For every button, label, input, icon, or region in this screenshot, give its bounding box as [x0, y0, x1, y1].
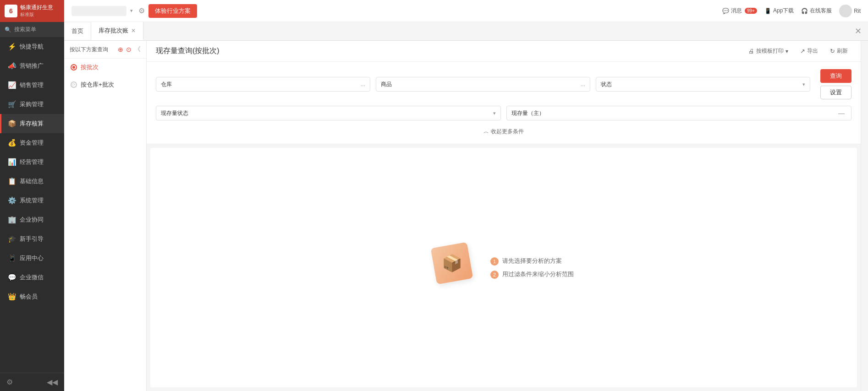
sidebar-footer: ⚙ ◀◀ [0, 373, 64, 391]
search-input-wrap[interactable] [71, 6, 126, 16]
filter-header-icons: ⊕ ⊙ 《 [118, 45, 141, 54]
print-button[interactable]: 🖨 按模板打印 ▾ [745, 45, 792, 57]
empty-tip-1: 1 请先选择要分析的方案 [490, 257, 574, 266]
filter-panel: 按以下方案查询 ⊕ ⊙ 《 按批次 ⟳ 按仓库+批次 [64, 41, 147, 391]
sidebar-item-sales[interactable]: 📈 销售管理 [0, 76, 64, 95]
sidebar-item-label: 应用中心 [20, 254, 44, 262]
quick-nav-icon: ⚡ [8, 43, 16, 51]
sidebar-item-finance[interactable]: 💰 资金管理 [0, 133, 64, 152]
inventory-status-field[interactable]: 现存量状态 ▾ [156, 106, 501, 120]
user-name: Rit [854, 8, 861, 14]
tip-text-1: 请先选择要分析的方案 [502, 257, 562, 265]
app-center-icon: 📱 [8, 254, 16, 262]
sidebar-item-quick-nav[interactable]: ⚡ 快捷导航 [0, 37, 64, 56]
sidebar-item-enterprise-wechat[interactable]: 💬 企业微信 [0, 268, 64, 287]
online-service-label: 在线客服 [810, 7, 832, 15]
chevron-down-icon[interactable]: ▾ [130, 8, 133, 14]
settings-button[interactable]: 设置 [820, 86, 852, 99]
page-title-bar: 现存量查询(按批次) 🖨 按模板打印 ▾ ↗ 导出 ↻ 刷新 [147, 41, 861, 62]
sidebar-item-enterprise[interactable]: 🏢 企业协同 [0, 210, 64, 229]
sidebar-item-label: 基础信息 [20, 177, 44, 185]
experience-button[interactable]: 体验行业方案 [148, 4, 197, 18]
radio-by-batch [71, 64, 77, 71]
warehouse-more-icon[interactable]: ... [361, 81, 365, 87]
settings-icon[interactable]: ⚙ [6, 378, 13, 386]
messages-action[interactable]: 💬 消息 99+ [722, 7, 757, 15]
inventory-qty-label: 现存量（主） [511, 109, 836, 117]
print-chevron-icon[interactable]: ▾ [786, 48, 788, 54]
app-subtitle: 标准版 [20, 11, 53, 18]
sidebar-item-operations[interactable]: 📊 经营管理 [0, 152, 64, 172]
panel-close-button[interactable]: ✕ [848, 26, 868, 36]
right-scrollbar[interactable] [861, 41, 868, 391]
inventory-qty-field[interactable]: 现存量（主） — [506, 106, 852, 120]
tab-close-icon[interactable]: ✕ [131, 27, 136, 34]
messages-label: 消息 [731, 7, 742, 15]
collapse-conditions-button[interactable]: ︿ 收起更多条件 [156, 125, 852, 138]
filter-by-batch[interactable]: 按批次 [64, 59, 146, 76]
gear-icon[interactable]: ⚙ [138, 6, 145, 15]
sidebar-item-basics[interactable]: 📋 基础信息 [0, 172, 64, 191]
newbie-icon: 🎓 [8, 235, 16, 243]
sidebar-item-label: 采购管理 [20, 100, 44, 109]
sidebar-item-system[interactable]: ⚙️ 系统管理 [0, 191, 64, 210]
goods-field[interactable]: 商品 ... [376, 77, 590, 92]
message-icon: 💬 [722, 8, 729, 14]
tabbar: 首页 库存批次账 ✕ ✕ [64, 22, 868, 41]
status-dropdown-icon[interactable]: ▾ [802, 81, 805, 87]
search-input[interactable] [76, 8, 113, 14]
sidebar-item-label: 资金管理 [20, 139, 44, 147]
add-filter-icon[interactable]: ⊕ [118, 46, 123, 53]
sidebar-item-label: 经营管理 [20, 158, 44, 166]
tab-home[interactable]: 首页 [64, 22, 91, 40]
enterprise-icon: 🏢 [8, 216, 16, 224]
app-download-action[interactable]: 📱 App下载 [764, 7, 794, 15]
sidebar-item-vip[interactable]: 👑 畅会员 [0, 287, 64, 306]
sidebar-item-label: 销售管理 [20, 81, 44, 89]
tab-inventory-batch-label: 库存批次账 [99, 27, 128, 35]
search-menu-item[interactable]: 🔍 搜索菜单 [0, 22, 64, 37]
action-buttons: 查询 设置 [820, 67, 852, 101]
page-title: 现存量查询(按批次) [156, 46, 220, 56]
filter-conditions: 仓库 ... 商品 ... 状态 ▾ 查询 设置 [147, 62, 861, 144]
inventory-status-label: 现存量状态 [161, 109, 491, 117]
empty-tips: 1 请先选择要分析的方案 2 用过滤条件来缩小分析范围 [490, 257, 574, 279]
topbar-left: ▾ ⚙ 体验行业方案 [71, 4, 718, 18]
operations-icon: 📊 [8, 158, 16, 166]
topbar-right: 💬 消息 99+ 📱 App下载 🎧 在线客服 Rit [722, 5, 861, 17]
messages-badge: 99+ [745, 8, 757, 14]
filter-by-warehouse-batch[interactable]: ⟳ 按仓库+批次 [64, 76, 146, 93]
warehouse-field[interactable]: 仓库 ... [156, 77, 370, 92]
marketing-icon: 📣 [8, 62, 16, 70]
topbar: ▾ ⚙ 体验行业方案 💬 消息 99+ 📱 App下载 🎧 在线客服 Rit [64, 0, 868, 22]
collapse-sidebar-icon[interactable]: ◀◀ [47, 378, 58, 386]
sidebar-header: 6 畅康通好生意 标准版 [0, 0, 64, 22]
user-profile[interactable]: Rit [839, 5, 861, 17]
sidebar-item-purchase[interactable]: 🛒 采购管理 [0, 95, 64, 114]
sidebar-item-label: 系统管理 [20, 196, 44, 205]
sidebar-item-newbie[interactable]: 🎓 新手引导 [0, 229, 64, 249]
export-button[interactable]: ↗ 导出 [797, 45, 822, 57]
inventory-status-dropdown-icon[interactable]: ▾ [493, 110, 496, 116]
content-area: 按以下方案查询 ⊕ ⊙ 《 按批次 ⟳ 按仓库+批次 现存量查询(按批次) [64, 41, 868, 391]
query-button[interactable]: 查询 [820, 69, 852, 83]
sidebar: 6 畅康通好生意 标准版 🔍 搜索菜单 ⚡ 快捷导航 📣 营销推广 📈 销售管理… [0, 0, 64, 391]
sidebar-item-app-center[interactable]: 📱 应用中心 [0, 249, 64, 268]
sidebar-item-inventory[interactable]: 📦 库存核算 [0, 114, 64, 133]
online-service-action[interactable]: 🎧 在线客服 [801, 7, 832, 15]
tip-num-1: 1 [490, 257, 499, 266]
sidebar-nav: ⚡ 快捷导航 📣 营销推广 📈 销售管理 🛒 采购管理 📦 库存核算 💰 资金管… [0, 37, 64, 373]
purchase-icon: 🛒 [8, 100, 16, 109]
status-field[interactable]: 状态 ▾ [596, 77, 810, 92]
tab-inventory-batch[interactable]: 库存批次账 ✕ [91, 22, 143, 40]
vip-icon: 👑 [8, 293, 16, 301]
sidebar-item-marketing[interactable]: 📣 营销推广 [0, 56, 64, 76]
settings-filter-icon[interactable]: ⊙ [126, 46, 132, 53]
tip-text-2: 用过滤条件来缩小分析范围 [502, 270, 574, 278]
refresh-button[interactable]: ↻ 刷新 [826, 45, 852, 57]
collapse-filter-icon[interactable]: 《 [134, 45, 141, 54]
app-download-label: App下载 [773, 7, 794, 15]
goods-more-icon[interactable]: ... [581, 81, 585, 87]
inventory-icon: 📦 [8, 119, 16, 128]
finance-icon: 💰 [8, 139, 16, 147]
